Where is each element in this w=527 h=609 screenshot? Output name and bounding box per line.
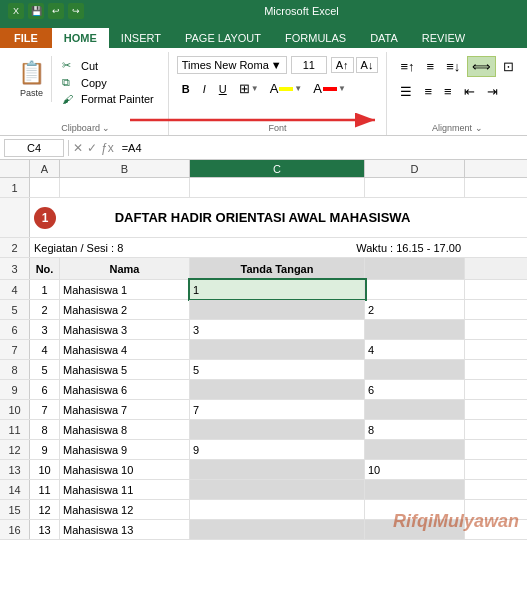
cell-13d[interactable]: 10 [365, 460, 465, 479]
cell-16a[interactable]: 13 [30, 520, 60, 539]
underline-button[interactable]: U [214, 80, 232, 98]
cell-5c[interactable] [190, 300, 365, 319]
redo-icon[interactable]: ↪ [68, 3, 84, 19]
cut-button[interactable]: ✂ Cut [60, 58, 156, 73]
cancel-formula-icon[interactable]: ✕ [73, 141, 83, 155]
cell-6c[interactable]: 3 [190, 320, 365, 339]
cell-13b[interactable]: Mahasiswa 10 [60, 460, 190, 479]
cell-8b[interactable]: Mahasiswa 5 [60, 360, 190, 379]
cell-1b[interactable] [60, 178, 190, 197]
cell-1c[interactable] [190, 178, 365, 197]
cell-9c[interactable] [190, 380, 365, 399]
cell-6b[interactable]: Mahasiswa 3 [60, 320, 190, 339]
cell-4b[interactable]: Mahasiswa 1 [60, 280, 190, 299]
fill-color-button[interactable]: A ▼ [266, 78, 307, 99]
cell-reference-box[interactable]: C4 [4, 139, 64, 157]
cell-8a[interactable]: 5 [30, 360, 60, 379]
cell-7b[interactable]: Mahasiswa 4 [60, 340, 190, 359]
cell-14b[interactable]: Mahasiswa 11 [60, 480, 190, 499]
cell-12a[interactable]: 9 [30, 440, 60, 459]
bold-button[interactable]: B [177, 80, 195, 98]
cell-5a[interactable]: 2 [30, 300, 60, 319]
cell-6d[interactable] [365, 320, 465, 339]
cell-9b[interactable]: Mahasiswa 6 [60, 380, 190, 399]
cell-11a[interactable]: 8 [30, 420, 60, 439]
cell-10d[interactable] [365, 400, 465, 419]
cell-1d[interactable] [365, 178, 465, 197]
cell-14c[interactable] [190, 480, 365, 499]
cell-8c[interactable]: 5 [190, 360, 365, 379]
cell-12b[interactable]: Mahasiswa 9 [60, 440, 190, 459]
decrease-indent-button[interactable]: ⇤ [459, 81, 480, 102]
cell-4d[interactable] [365, 280, 465, 299]
cell-15b[interactable]: Mahasiswa 12 [60, 500, 190, 519]
format-painter-button[interactable]: 🖌 Format Painter [60, 92, 156, 106]
paste-button[interactable]: 📋 Paste [12, 56, 52, 102]
align-top-right-button[interactable]: ≡↓ [441, 56, 465, 77]
col-header-c[interactable]: C [190, 160, 365, 177]
border-color-button[interactable]: ⊞ ▼ [235, 78, 263, 99]
wrap-text-button[interactable]: ⟺ [467, 56, 496, 77]
cell-13a[interactable]: 10 [30, 460, 60, 479]
cell-12c[interactable]: 9 [190, 440, 365, 459]
formula-input[interactable] [118, 140, 523, 156]
cell-5d[interactable]: 2 [365, 300, 465, 319]
align-top-left-button[interactable]: ≡↑ [395, 56, 419, 77]
cell-5b[interactable]: Mahasiswa 2 [60, 300, 190, 319]
merge-button[interactable]: ⊡ [498, 56, 519, 77]
cell-15a[interactable]: 12 [30, 500, 60, 519]
cell-10a[interactable]: 7 [30, 400, 60, 419]
cell-4c[interactable]: 1 [190, 280, 365, 299]
align-left-button[interactable]: ☰ [395, 81, 417, 102]
increase-indent-button[interactable]: ⇥ [482, 81, 503, 102]
font-decrease-button[interactable]: A↓ [356, 57, 379, 73]
insert-function-icon[interactable]: ƒx [101, 141, 114, 155]
cell-9a[interactable]: 6 [30, 380, 60, 399]
copy-button[interactable]: ⧉ Copy [60, 75, 156, 90]
tab-formulas[interactable]: FORMULAS [273, 28, 358, 48]
col-header-d[interactable]: D [365, 160, 465, 177]
align-top-center-button[interactable]: ≡ [422, 56, 440, 77]
ribbon-tabs: FILE HOME INSERT PAGE LAYOUT FORMULAS DA… [0, 22, 527, 48]
tab-page-layout[interactable]: PAGE LAYOUT [173, 28, 273, 48]
cell-16b[interactable]: Mahasiswa 13 [60, 520, 190, 539]
cell-14a[interactable]: 11 [30, 480, 60, 499]
cell-10c[interactable]: 7 [190, 400, 365, 419]
tab-home[interactable]: HOME [52, 28, 109, 48]
cell-14d[interactable] [365, 480, 465, 499]
confirm-formula-icon[interactable]: ✓ [87, 141, 97, 155]
cell-11d[interactable]: 8 [365, 420, 465, 439]
align-center-button[interactable]: ≡ [419, 81, 437, 102]
tab-insert[interactable]: INSERT [109, 28, 173, 48]
undo-icon[interactable]: ↩ [48, 3, 64, 19]
font-size-selector[interactable]: 11 [291, 56, 327, 74]
tab-review[interactable]: REVIEW [410, 28, 477, 48]
tab-data[interactable]: DATA [358, 28, 410, 48]
cell-10b[interactable]: Mahasiswa 7 [60, 400, 190, 419]
font-increase-button[interactable]: A↑ [331, 57, 354, 73]
font-name-selector[interactable]: Times New Roma ▼ [177, 56, 287, 74]
cell-4a[interactable]: 1 [30, 280, 60, 299]
cell-13c[interactable] [190, 460, 365, 479]
italic-button[interactable]: I [198, 80, 211, 98]
cell-11c[interactable] [190, 420, 365, 439]
row-num-12: 12 [0, 440, 30, 459]
align-right-button[interactable]: ≡ [439, 81, 457, 102]
tab-file[interactable]: FILE [0, 28, 52, 48]
col-header-a[interactable]: A [30, 160, 60, 177]
cell-7a[interactable]: 4 [30, 340, 60, 359]
cell-7c[interactable] [190, 340, 365, 359]
cell-9d[interactable]: 6 [365, 380, 465, 399]
font-color-button[interactable]: A ▼ [309, 78, 350, 99]
font-label: Font [177, 121, 379, 135]
cell-16c[interactable] [190, 520, 365, 539]
cell-12d[interactable] [365, 440, 465, 459]
col-header-b[interactable]: B [60, 160, 190, 177]
cell-7d[interactable]: 4 [365, 340, 465, 359]
cell-11b[interactable]: Mahasiswa 8 [60, 420, 190, 439]
cell-15c[interactable] [190, 500, 365, 519]
cell-6a[interactable]: 3 [30, 320, 60, 339]
save-icon[interactable]: 💾 [28, 3, 44, 19]
cell-1a[interactable] [30, 178, 60, 197]
cell-8d[interactable] [365, 360, 465, 379]
